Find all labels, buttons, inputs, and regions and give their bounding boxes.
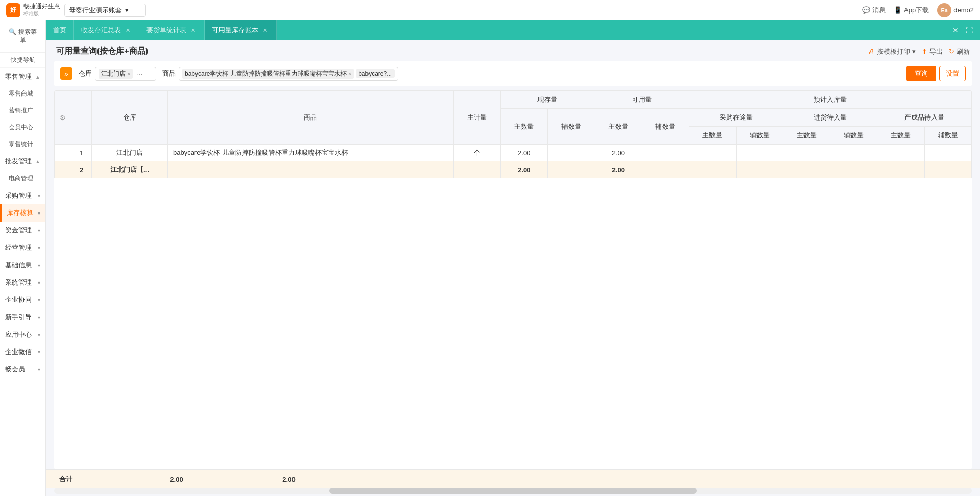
settings-button[interactable]: 设置 bbox=[939, 66, 966, 81]
footer-label: 合计 bbox=[54, 475, 133, 484]
print-button[interactable]: 🖨 按模板打印 ▾ bbox=[868, 47, 916, 56]
subtotal-available-main: 2.00 bbox=[595, 161, 642, 178]
td-current-aux bbox=[548, 145, 595, 161]
sidebar-section-finance[interactable]: 资金管理 ▾ bbox=[0, 222, 45, 239]
sidebar-section-system[interactable]: 系统管理 ▾ bbox=[0, 274, 45, 291]
sidebar-section-label-app: 应用中心 bbox=[5, 330, 32, 339]
chevron-down-icon-wholesale: ▲ bbox=[35, 159, 40, 164]
tab-home-label: 首页 bbox=[53, 26, 66, 35]
settings-icon[interactable]: ⚙ bbox=[60, 114, 66, 122]
sidebar-section-basic[interactable]: 基础信息 ▾ bbox=[0, 256, 45, 274]
subtotal-unit bbox=[453, 161, 500, 178]
sidebar-section-operations[interactable]: 经营管理 ▾ bbox=[0, 239, 45, 256]
table-row: 1 江北门店 babycare学饮杯 儿童防摔防撞吸管杯重力球吸嘴杯宝宝水杯 个… bbox=[55, 145, 972, 161]
product-filter-tags[interactable]: babycare学饮杯 儿童防摔防撞吸管杯重力球吸嘴杯宝宝水杯 × babyca… bbox=[179, 67, 398, 81]
subtotal-num: 2 bbox=[71, 161, 92, 178]
industry-label: 母婴行业演示账套 bbox=[69, 6, 122, 15]
product-tag-close[interactable]: × bbox=[348, 70, 351, 77]
filter-expand-button[interactable]: » bbox=[60, 67, 72, 80]
sidebar-section-label-inventory: 库存核算 bbox=[7, 208, 33, 218]
top-bar-left: 好 畅捷通好生意 标准版 母婴行业演示账套 ▾ bbox=[6, 3, 146, 18]
th-purchase-aux: 辅数量 bbox=[736, 127, 783, 145]
th-current-group: 现存量 bbox=[501, 91, 595, 109]
td-unit: 个 bbox=[453, 145, 500, 161]
sidebar-item-retail-stat[interactable]: 零售统计 bbox=[0, 136, 45, 153]
footer-current-main: 2.00 bbox=[133, 476, 220, 483]
page-header: 可用量查询(按仓库+商品) 🖨 按模板打印 ▾ ⬆ 导出 ↻ 刷新 bbox=[46, 40, 980, 61]
th-production-main: 主数量 bbox=[877, 127, 924, 145]
footer-values: 2.00 2.00 bbox=[133, 476, 972, 483]
app-download-action[interactable]: 📱 App下载 bbox=[894, 6, 929, 15]
sidebar-section-label-collab: 企业协同 bbox=[5, 295, 32, 304]
sidebar-section-member2[interactable]: 畅会员 ▾ bbox=[0, 361, 45, 378]
product-tag-babycare: babycare学饮杯 儿童防摔防撞吸管杯重力球吸嘴杯宝宝水杯 × bbox=[182, 69, 354, 79]
page-title: 可用量查询(按仓库+商品) bbox=[56, 46, 148, 57]
search-menu-button[interactable]: 🔍 搜索菜单 bbox=[4, 25, 41, 48]
sidebar-item-retail-mall[interactable]: 零售商城 bbox=[0, 85, 45, 102]
tab-recv-send[interactable]: 收发存汇总表 ✕ bbox=[74, 20, 139, 40]
horizontal-scrollbar[interactable] bbox=[54, 488, 972, 494]
td-num: 1 bbox=[71, 145, 92, 161]
product-tag-babycare2: babycare?... bbox=[356, 69, 395, 78]
tab-order-stat-close[interactable]: ✕ bbox=[189, 27, 197, 34]
subtotal-incoming-aux bbox=[830, 161, 877, 178]
th-available-main: 主数量 bbox=[595, 109, 642, 145]
subtotal-row: 2 江北门店【... 2.00 2.00 bbox=[55, 161, 972, 178]
sidebar-section-purchase[interactable]: 采购管理 ▾ bbox=[0, 187, 45, 204]
sidebar-section-app[interactable]: 应用中心 ▾ bbox=[0, 326, 45, 343]
footer-available-aux bbox=[312, 476, 358, 483]
message-action[interactable]: 💬 消息 bbox=[862, 6, 886, 15]
scroll-thumb[interactable] bbox=[329, 488, 696, 494]
refresh-button[interactable]: ↻ 刷新 bbox=[949, 47, 970, 56]
sidebar-item-ecommerce[interactable]: 电商管理 bbox=[0, 170, 45, 187]
query-button[interactable]: 查询 bbox=[906, 66, 936, 81]
th-current-aux: 辅数量 bbox=[548, 109, 595, 145]
sidebar-section-label-wechat: 企业微信 bbox=[5, 347, 32, 357]
tab-available-inventory[interactable]: 可用量库存账本 ✕ bbox=[205, 20, 277, 40]
industry-selector[interactable]: 母婴行业演示账套 ▾ bbox=[64, 4, 146, 17]
warehouse-tag-close[interactable]: × bbox=[127, 70, 130, 77]
tab-order-stat-label: 要货单统计表 bbox=[146, 26, 186, 35]
sidebar-section-newbie[interactable]: 新手引导 ▾ bbox=[0, 309, 45, 326]
td-production-aux bbox=[924, 145, 971, 161]
chevron-down-icon-system: ▾ bbox=[38, 280, 40, 286]
footer-available-main: 2.00 bbox=[266, 476, 312, 483]
logo-sub: 标准版 bbox=[23, 10, 60, 17]
warehouse-filter-dots[interactable]: ··· bbox=[135, 70, 144, 78]
tab-order-stat[interactable]: 要货单统计表 ✕ bbox=[139, 20, 205, 40]
table-container: ⚙ 仓库 商品 主计量 现存量 可用量 预计入库量 主数量 辅数 bbox=[54, 90, 972, 469]
td-available-main: 2.00 bbox=[595, 145, 642, 161]
subtotal-available-aux bbox=[642, 161, 689, 178]
logo-area: 好 畅捷通好生意 标准版 bbox=[6, 3, 60, 18]
export-button[interactable]: ⬆ 导出 bbox=[922, 47, 943, 56]
chevron-down-print-icon: ▾ bbox=[912, 48, 916, 55]
tab-bar-actions: ✕ ⛶ bbox=[949, 20, 980, 40]
tab-close-all-icon[interactable]: ✕ bbox=[949, 24, 962, 36]
sidebar-section-wholesale[interactable]: 批发管理 ▲ bbox=[0, 153, 45, 170]
chevron-down-icon-inventory: ▾ bbox=[38, 210, 40, 216]
tab-available-inventory-label: 可用量库存账本 bbox=[212, 26, 258, 35]
page-content: 可用量查询(按仓库+商品) 🖨 按模板打印 ▾ ⬆ 导出 ↻ 刷新 bbox=[46, 40, 980, 496]
warehouse-filter-tags[interactable]: 江北门店 × ··· bbox=[95, 67, 156, 81]
sidebar-item-member[interactable]: 会员中心 bbox=[0, 119, 45, 136]
footer-current-aux bbox=[220, 476, 266, 483]
sidebar-section-inventory[interactable]: 库存核算 ▾ bbox=[0, 204, 45, 222]
user-area[interactable]: Ea demo2 bbox=[937, 3, 974, 17]
sidebar-item-quick-nav[interactable]: 快捷导航 bbox=[0, 53, 45, 68]
sidebar-section-collab[interactable]: 企业协同 ▾ bbox=[0, 291, 45, 309]
sidebar-section-wechat[interactable]: 企业微信 ▾ bbox=[0, 343, 45, 361]
tab-recv-send-close[interactable]: ✕ bbox=[124, 27, 132, 34]
user-name: demo2 bbox=[953, 6, 974, 14]
product-tag-text2: babycare?... bbox=[358, 70, 392, 77]
tab-home[interactable]: 首页 bbox=[46, 20, 74, 40]
warehouse-filter-group: 仓库 江北门店 × ··· bbox=[79, 67, 156, 81]
sidebar-item-marketing[interactable]: 营销推广 bbox=[0, 102, 45, 119]
chevron-up-icon: ▲ bbox=[35, 74, 40, 80]
tab-expand-icon[interactable]: ⛶ bbox=[963, 24, 976, 36]
sidebar: 🔍 搜索菜单 快捷导航 零售管理 ▲ 零售商城 营销推广 会员中心 零售统计 批… bbox=[0, 20, 46, 496]
sidebar-section-retail[interactable]: 零售管理 ▲ bbox=[0, 68, 45, 85]
td-product: babycare学饮杯 儿童防摔防撞吸管杯重力球吸嘴杯宝宝水杯 bbox=[167, 145, 453, 161]
tab-available-inventory-close[interactable]: ✕ bbox=[261, 27, 269, 34]
td-purchase-aux bbox=[736, 145, 783, 161]
chevron-down-icon-purchase: ▾ bbox=[38, 193, 40, 199]
